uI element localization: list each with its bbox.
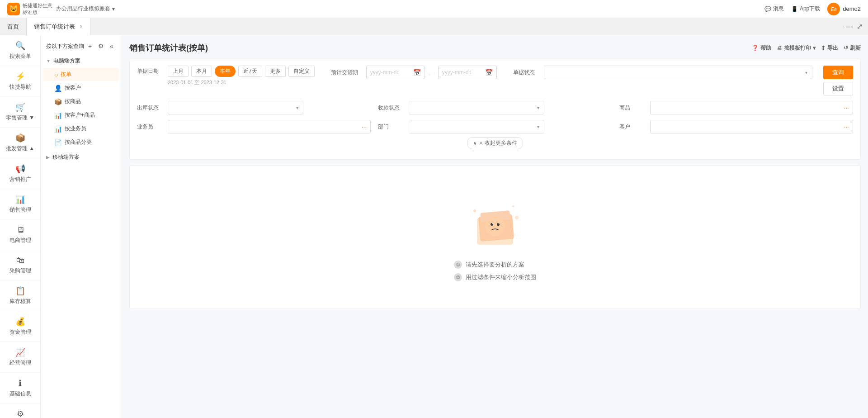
scheme-add-button[interactable]: + xyxy=(85,42,94,51)
salesperson-select[interactable]: ··· xyxy=(168,120,371,133)
help-icon: ❓ xyxy=(752,45,759,51)
sidebar-item-inventory[interactable]: 📋 库存核算 xyxy=(0,280,40,311)
sidebar-item-ecommerce[interactable]: 🖥 电商管理 xyxy=(0,220,40,250)
scheme-group-mobile-header[interactable]: ▶ 移动端方案 xyxy=(41,151,122,164)
scheme-item-by-order[interactable]: ○ 按单 xyxy=(43,68,119,81)
scheme-settings-button[interactable]: ⚙ xyxy=(96,42,105,51)
empty-tips: ① 请先选择要分析的方案 ② 用过滤条件来缩小分析范围 xyxy=(454,261,536,281)
order-scheme-icon: ○ xyxy=(54,71,58,78)
export-button[interactable]: ⬆ 导出 xyxy=(821,44,838,52)
scheme-item-by-customer-product[interactable]: 📊 按客户+商品 xyxy=(43,109,119,122)
payment-status-select[interactable]: ▾ xyxy=(409,101,544,114)
tab-sales-order-stats[interactable]: 销售订单统计表 × xyxy=(27,18,90,35)
status-select[interactable]: ▾ xyxy=(544,66,812,79)
svg-point-10 xyxy=(512,205,514,207)
scheme-item-by-customer[interactable]: 👤 按客户 xyxy=(43,81,119,95)
expected-date-to-input[interactable]: yyyy-mm-dd 📅 xyxy=(438,66,497,79)
scheme-item-by-product[interactable]: 📦 按商品 xyxy=(43,95,119,108)
app-download-button[interactable]: 📱 App下载 xyxy=(791,5,820,13)
tab-home[interactable]: 首页 xyxy=(0,18,27,35)
date-btn-last-7days[interactable]: 近7天 xyxy=(238,66,262,77)
chevron-right-icon: ▶ xyxy=(46,155,50,160)
svg-point-9 xyxy=(515,216,519,219)
sales-icon: 📊 xyxy=(15,195,25,204)
sidebar-item-purchase[interactable]: 🛍 采购管理 xyxy=(0,250,40,280)
collapse-button[interactable]: ∧ ∧ 收起更多条件 xyxy=(467,137,523,149)
top-bar-left: 🐱 畅捷通好生意 标准版 办公用品行业模拟账套 ▾ xyxy=(7,2,115,15)
date-btn-custom[interactable]: 自定义 xyxy=(288,66,315,77)
svg-point-6 xyxy=(492,223,493,224)
date-btn-more[interactable]: 更多 xyxy=(265,66,286,77)
collapse-row: ∧ ∧ 收起更多条件 xyxy=(137,133,853,153)
sidebar-item-search[interactable]: 🔍 搜索菜单 xyxy=(0,35,40,66)
tip-num-2: ② xyxy=(454,273,462,281)
date-filter-section: 单据日期 上月 本月 本年 近7天 更多 自定义 2023-01-0 xyxy=(137,66,315,86)
expected-date-from-input[interactable]: yyyy-mm-dd 📅 xyxy=(366,66,425,79)
logo-area: 🐱 畅捷通好生意 标准版 xyxy=(7,2,52,15)
department-section: 部门 ▾ xyxy=(378,120,612,133)
sidebar-item-quick-nav[interactable]: ⚡ 快捷导航 xyxy=(0,66,40,97)
message-icon: 💬 xyxy=(764,6,771,12)
help-button[interactable]: ❓ 帮助 xyxy=(752,44,771,52)
sidebar-item-marketing[interactable]: 📢 营销推广 xyxy=(0,158,40,189)
calendar-to-icon: 📅 xyxy=(485,69,493,76)
main-content: 销售订单统计表(按单) ❓ 帮助 🖨 按模板打印 ▾ ⬆ 导出 xyxy=(122,35,868,418)
customer-product-scheme-icon: 📊 xyxy=(54,112,62,119)
date-btn-this-month[interactable]: 本月 xyxy=(191,66,212,77)
product-scheme-icon: 📦 xyxy=(54,98,62,105)
customer-section: 客户 ··· xyxy=(619,120,853,133)
scheme-item-by-category[interactable]: 📄 按商品分类 xyxy=(43,136,119,149)
department-dropdown-icon: ▾ xyxy=(537,124,539,129)
date-btn-this-year[interactable]: 本年 xyxy=(215,66,236,77)
delivery-status-select[interactable]: ▾ xyxy=(168,101,303,114)
purchase-icon: 🛍 xyxy=(16,256,24,265)
product-section: 商品 ··· xyxy=(619,101,853,114)
query-buttons: 查询 设置 xyxy=(823,66,853,95)
print-icon: 🖨 xyxy=(777,45,782,51)
product-select[interactable]: ··· xyxy=(650,101,853,114)
user-area[interactable]: Ea demo2 xyxy=(827,3,861,15)
top-bar-right: 💬 消息 📱 App下载 Ea demo2 xyxy=(764,3,861,15)
scheme-collapse-button[interactable]: « xyxy=(107,42,116,51)
sidebar-item-finance[interactable]: 💰 资金管理 xyxy=(0,311,40,342)
scheme-panel: 按以下方案查询 + ⚙ « ▼ 电脑端方案 ○ 按单 👤 xyxy=(41,35,122,418)
sidebar-item-sales[interactable]: 📊 销售管理 xyxy=(0,189,40,220)
quick-nav-icon: ⚡ xyxy=(15,71,25,81)
sidebar-item-retail[interactable]: 🛒 零售管理 ▼ xyxy=(0,97,40,128)
refresh-button[interactable]: ↺ 刷新 xyxy=(844,44,861,52)
page-title-actions: ❓ 帮助 🖨 按模板打印 ▾ ⬆ 导出 ↺ 刷新 xyxy=(752,44,861,52)
query-button[interactable]: 查询 xyxy=(823,66,853,79)
print-button[interactable]: 🖨 按模板打印 ▾ xyxy=(777,44,816,52)
sidebar-item-wholesale[interactable]: 📦 批发管理 ▲ xyxy=(0,128,40,158)
logo-text: 畅捷通好生意 标准版 xyxy=(23,2,52,15)
operations-icon: 📈 xyxy=(15,347,25,357)
payment-status-section: 收款状态 ▾ xyxy=(378,101,612,114)
message-button[interactable]: 💬 消息 xyxy=(764,5,784,13)
sidebar-item-system[interactable]: ⚙ 系统管理 xyxy=(0,404,40,418)
refresh-icon: ↺ xyxy=(844,45,848,51)
scheme-panel-actions: + ⚙ « xyxy=(85,42,116,51)
app-download-icon: 📱 xyxy=(791,6,798,12)
sidebar-item-basic-info[interactable]: ℹ 基础信息 xyxy=(0,373,40,404)
date-btn-last-month[interactable]: 上月 xyxy=(168,66,189,77)
customer-select[interactable]: ··· xyxy=(650,120,853,133)
export-icon: ⬆ xyxy=(821,45,826,51)
department-select[interactable]: ▾ xyxy=(409,120,544,133)
salesperson-dots-icon: ··· xyxy=(362,123,367,130)
tab-close-icon[interactable]: × xyxy=(80,24,83,30)
tab-maximize-icon[interactable]: ⤢ xyxy=(857,22,863,31)
scheme-item-by-salesperson[interactable]: 📊 按业务员 xyxy=(43,122,119,135)
scheme-group-mobile: ▶ 移动端方案 xyxy=(41,151,122,164)
inventory-icon: 📋 xyxy=(15,286,25,296)
date-filter-buttons: 上月 本月 本年 近7天 更多 自定义 xyxy=(168,66,315,77)
basic-info-icon: ℹ xyxy=(19,378,22,388)
product-dots-icon: ··· xyxy=(844,104,849,111)
tab-minimize-icon[interactable]: — xyxy=(846,23,853,31)
retail-icon: 🛒 xyxy=(15,102,25,112)
main-layout: 🔍 搜索菜单 ⚡ 快捷导航 🛒 零售管理 ▼ 📦 批发管理 ▲ 📢 营销推广 📊… xyxy=(0,35,868,418)
empty-illustration xyxy=(463,193,527,252)
sidebar-item-operations[interactable]: 📈 经营管理 xyxy=(0,342,40,373)
setting-button[interactable]: 设置 xyxy=(823,82,853,95)
scheme-group-pc-header[interactable]: ▼ 电脑端方案 xyxy=(41,54,122,67)
delivery-status-section: 出库状态 ▾ xyxy=(137,101,371,114)
